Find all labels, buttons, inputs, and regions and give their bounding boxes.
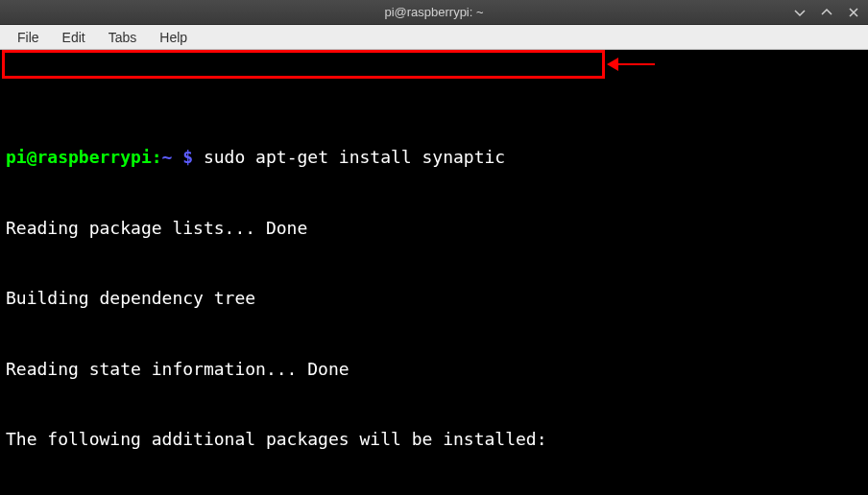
maximize-button[interactable]	[818, 4, 835, 21]
window-title: pi@raspberrypi: ~	[384, 5, 483, 19]
prompt-colon: :	[152, 147, 162, 167]
output-line: Reading package lists... Done	[6, 217, 862, 241]
annotation-highlight-box	[2, 50, 605, 79]
window-controls	[791, 0, 862, 24]
menu-file[interactable]: File	[8, 28, 49, 47]
output-line: Building dependency tree	[6, 287, 862, 311]
terminal[interactable]: pi@raspberrypi:~ $ sudo apt-get install …	[0, 50, 868, 495]
prompt-path: ~	[162, 147, 173, 167]
prompt-symbol: $	[182, 147, 193, 167]
minimize-button[interactable]	[791, 4, 808, 21]
close-button[interactable]	[845, 4, 862, 21]
prompt-user-host: pi@raspberrypi	[6, 147, 152, 167]
command-text: sudo apt-get install synaptic	[204, 147, 505, 167]
menu-tabs[interactable]: Tabs	[99, 28, 147, 47]
output-line: The following additional packages will b…	[6, 428, 862, 452]
annotation-arrow	[607, 61, 655, 67]
menu-bar: File Edit Tabs Help	[0, 25, 868, 50]
menu-edit[interactable]: Edit	[53, 28, 95, 47]
prompt-line: pi@raspberrypi:~ $ sudo apt-get install …	[6, 146, 862, 170]
window-titlebar: pi@raspberrypi: ~	[0, 0, 868, 25]
output-line: Reading state information... Done	[6, 358, 862, 382]
menu-help[interactable]: Help	[150, 28, 197, 47]
